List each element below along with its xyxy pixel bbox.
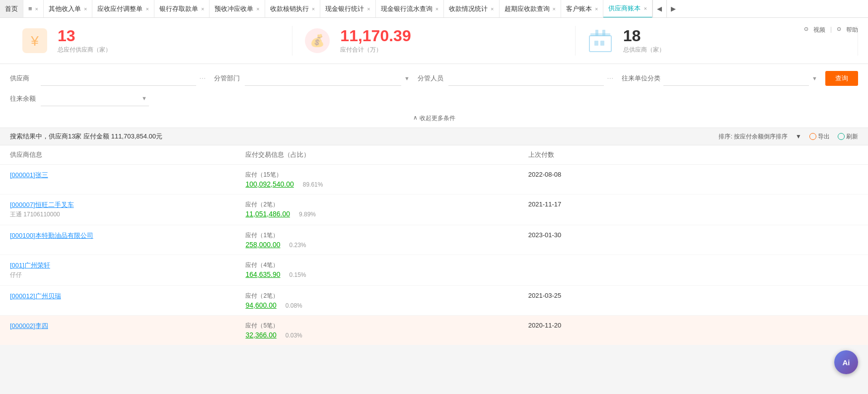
dept-label: 分管部门 — [214, 74, 242, 83]
sort-label[interactable]: 排序: 按应付余额倒序排序 — [719, 132, 788, 141]
header-transaction: 应付交易信息（占比） — [245, 150, 528, 159]
row-0-supplier-link[interactable]: [000001]张三 — [10, 171, 245, 180]
row-4-amount[interactable]: 94,600.00 — [245, 301, 276, 309]
dept-dropdown-icon[interactable]: ▼ — [404, 75, 410, 81]
supplier-input[interactable] — [41, 71, 196, 86]
nav-close-4[interactable]: × — [145, 6, 148, 12]
row-2-tx-label: 应付（1笔） — [245, 231, 528, 240]
nav-tab-2[interactable]: ≡ × — [23, 0, 44, 18]
nav-supplier-book[interactable]: 供应商账本 × — [603, 0, 652, 18]
filter-person: 分管人员 ··· — [418, 71, 614, 86]
top-right-links: ⊙ 视频 | ⊙ 帮助 — [804, 26, 858, 34]
supplier-dots[interactable]: ··· — [199, 74, 206, 83]
nav-cash-stat[interactable]: 现金银行统计 × — [320, 0, 375, 18]
row-2-lastpay: 2023-01-30 — [528, 231, 670, 239]
row-3-supplier-link[interactable]: [001]广州荣轩 — [10, 261, 245, 270]
table-container: 供应商信息 应付交易信息（占比） 上次付数 [000001]张三 应付（15笔）… — [0, 145, 868, 345]
nav-close-11[interactable]: × — [553, 6, 556, 12]
nav-arrow-right[interactable]: ▶ — [666, 0, 680, 18]
export-button[interactable]: 导出 — [809, 132, 830, 141]
row-4-supplier-link[interactable]: [000012]广州贝瑞 — [10, 292, 245, 301]
nav-close-9[interactable]: × — [435, 6, 438, 12]
nav-prepay[interactable]: 预收冲应收单 × — [210, 0, 265, 18]
help-link[interactable]: 帮助 — [846, 26, 858, 34]
row-3-tx-label: 应付（4笔） — [245, 261, 528, 269]
table-row[interactable]: [000001]张三 应付（15笔） 100,092,540.00 89.61%… — [0, 165, 868, 195]
nav-arrow-left[interactable]: ◀ — [652, 0, 666, 18]
person-dots[interactable]: ··· — [607, 74, 613, 83]
filter-supplier: 供应商 ··· — [10, 71, 206, 86]
category-input[interactable] — [663, 71, 809, 86]
balance-dropdown-icon[interactable]: ▼ — [142, 95, 147, 101]
result-bar: 搜索结果中，供应商13家 应付金额 111,703,854.00元 排序: 按应… — [0, 128, 868, 145]
table-row[interactable]: [000002]李四 应付（5笔） 32,366.00 0.03% 2020-1… — [0, 316, 868, 345]
stat-1-content: 13 总应付供应商（家） — [58, 28, 111, 54]
nav-close-7[interactable]: × — [312, 6, 315, 12]
table-row[interactable]: [000100]本特勤油品有限公司 应付（1笔） 258,000.00 0.23… — [0, 225, 868, 255]
person-label: 分管人员 — [418, 74, 445, 83]
nav-close-6[interactable]: × — [256, 6, 259, 12]
row-5-amount[interactable]: 32,366.00 — [245, 331, 276, 339]
table-row[interactable]: [001]广州荣轩 仔仔 应付（4笔） 164,635.90 0.15% — [0, 255, 868, 286]
row-2-amount[interactable]: 258,000.00 — [245, 241, 280, 249]
row-0-tx-label: 应付（15笔） — [245, 171, 528, 179]
filter-balance: 往来余额 ▼ — [10, 91, 149, 106]
nav-close-5[interactable]: × — [201, 6, 204, 12]
refresh-icon — [838, 133, 845, 140]
row-0-tx-row: 100,092,540.00 89.61% — [245, 179, 528, 188]
category-label: 往来单位分类 — [622, 74, 660, 83]
header-lastpay: 上次付数 — [528, 150, 670, 159]
table-row[interactable]: [000012]广州贝瑞 应付（2笔） 94,600.00 0.08% 2021… — [0, 286, 868, 316]
stat-icon-1: ¥ — [20, 26, 50, 56]
svg-rect-5 — [594, 41, 598, 46]
nav-collect[interactable]: 收款核销执行 × — [265, 0, 320, 18]
row-0-percent: 89.61% — [303, 181, 323, 188]
nav-close-13[interactable]: × — [644, 5, 647, 11]
dept-input[interactable] — [245, 71, 402, 86]
nav-cash-flow[interactable]: 现金银行流水查询 × — [376, 0, 444, 18]
balance-label: 往来余额 — [10, 94, 38, 103]
nav-close-2[interactable]: × — [35, 6, 38, 12]
row-2-supplier-link[interactable]: [000100]本特勤油品有限公司 — [10, 231, 245, 240]
nav-customer-book[interactable]: 客户账本 × — [561, 0, 603, 18]
video-link[interactable]: 视频 — [813, 26, 825, 34]
nav-close-10[interactable]: × — [491, 6, 494, 12]
category-dropdown-icon[interactable]: ▼ — [812, 75, 817, 81]
row-4-lastpay: 2021-03-25 — [528, 292, 670, 299]
nav-other-income[interactable]: 其他收入单 × — [44, 0, 92, 18]
row-3-amount[interactable]: 164,635.90 — [245, 270, 280, 278]
person-input[interactable] — [448, 71, 604, 86]
row-4-tx-row: 94,600.00 0.08% — [245, 300, 528, 309]
nav-close-12[interactable]: × — [595, 6, 598, 12]
row-1-supplier: [000007]恒旺二手叉车 王通 17106110000 — [10, 200, 245, 219]
stat-icon-3 — [585, 26, 615, 56]
row-0-amount[interactable]: 100,092,540.00 — [245, 180, 293, 188]
refresh-button[interactable]: 刷新 — [838, 132, 858, 141]
collapse-button[interactable]: ∧ 收起更多条件 — [10, 111, 858, 124]
row-5-percent: 0.03% — [286, 332, 302, 339]
table-row[interactable]: [000007]恒旺二手叉车 王通 17106110000 应付（2笔） 11,… — [0, 195, 868, 225]
nav-home[interactable]: 首页 — [0, 0, 23, 18]
row-5-supplier: [000002]李四 — [10, 322, 245, 330]
row-5-supplier-link[interactable]: [000002]李四 — [10, 322, 245, 330]
nav-overdue[interactable]: 超期应收款查询 × — [500, 0, 561, 18]
nav-collect-stat[interactable]: 收款情况统计 × — [444, 0, 499, 18]
svg-rect-9 — [590, 33, 610, 36]
row-5-lastpay: 2020-11-20 — [528, 322, 670, 329]
query-button[interactable]: 查询 — [825, 71, 858, 86]
stat-block-2: 💰 11,170.39 应付合计（万） — [292, 26, 575, 56]
table-header: 供应商信息 应付交易信息（占比） 上次付数 — [0, 145, 868, 165]
nav-close-3[interactable]: × — [84, 6, 87, 12]
row-1-sub: 王通 17106110000 — [10, 210, 245, 219]
balance-input[interactable] — [41, 91, 149, 106]
header-extra — [669, 150, 858, 159]
stat-block-1: ¥ 13 总应付供应商（家） — [10, 26, 292, 56]
row-1-supplier-link[interactable]: [000007]恒旺二手叉车 — [10, 200, 245, 209]
row-2-percent: 0.23% — [289, 242, 306, 249]
sort-dropdown-icon[interactable]: ▼ — [796, 133, 801, 140]
nav-adjust[interactable]: 应收应付调整单 × — [92, 0, 154, 18]
row-1-amount[interactable]: 11,051,486.00 — [245, 210, 290, 218]
row-1-tx-label: 应付（2笔） — [245, 200, 528, 209]
nav-close-8[interactable]: × — [367, 6, 370, 12]
nav-bank[interactable]: 银行存取款单 × — [154, 0, 210, 18]
